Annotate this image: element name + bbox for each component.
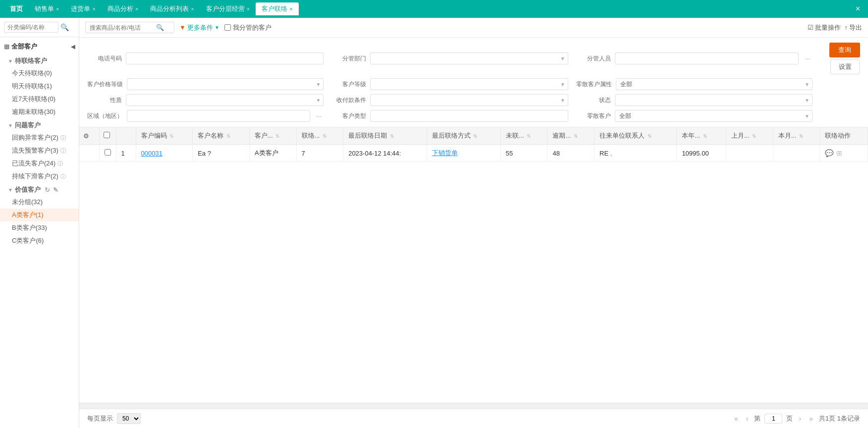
sidebar-all-customers[interactable]: ⊞ 全部客户 ◀ — [0, 39, 79, 54]
info-icon-3: ⓘ — [60, 173, 66, 180]
batch-op-btn[interactable]: ☑ 批量操作 — [808, 23, 841, 32]
sidebar-b-class[interactable]: B类客户(33) — [0, 221, 79, 234]
sidebar-ungroup[interactable]: 未分组(32) — [0, 196, 79, 209]
query-button[interactable]: 查询 — [829, 43, 860, 57]
sidebar-search-input[interactable] — [4, 22, 58, 33]
region-field: 区域（地区） ··· — [87, 110, 324, 122]
nav-tab-customer-contact[interactable]: 客户联络 × — [256, 2, 298, 15]
my-customers-checkbox[interactable] — [224, 24, 231, 31]
price-level-field: 客户价格等级 ▼ — [87, 78, 324, 90]
horizontal-scrollbar[interactable] — [79, 403, 868, 409]
qr-action-icon[interactable]: ⊞ — [836, 149, 842, 157]
batch-checkbox-icon: ☑ — [808, 24, 814, 31]
row-settings — [79, 145, 99, 162]
chat-action-icon[interactable]: 💬 — [825, 149, 833, 157]
dept-select[interactable] — [370, 53, 568, 64]
row-name: Ea ? — [193, 145, 250, 162]
staff-input[interactable] — [615, 53, 799, 64]
sidebar-abnormal-repurchase[interactable]: 回购异常客户(2) ⓘ — [0, 131, 79, 144]
page-size-label: 每页显示 — [87, 414, 113, 423]
overdue-sort-icon: ⇅ — [574, 133, 578, 139]
sidebar-today-contact[interactable]: 今天待联络(0) — [0, 67, 79, 80]
sidebar-overdue-contact[interactable]: 逾期未联络(30) — [0, 106, 79, 118]
level-select[interactable] — [370, 78, 568, 90]
code-col-header[interactable]: 客户编码 ⇅ — [136, 127, 193, 145]
contact-col-header[interactable]: 联络... ⇅ — [296, 127, 343, 145]
retail-cust-select-wrap: 全部 ▼ — [615, 110, 813, 122]
nature-select[interactable] — [126, 94, 324, 106]
no-contact-col-header[interactable]: 未联... ⇅ — [500, 127, 547, 145]
close-purchase-tab[interactable]: × — [92, 6, 95, 12]
status-label: 状态 — [576, 96, 611, 105]
dept-label: 分管部门 — [331, 54, 366, 63]
last-page-btn[interactable]: » — [807, 415, 815, 423]
sidebar-a-class[interactable]: A类客户(1) — [0, 209, 79, 221]
retail-cust-select[interactable]: 全部 — [615, 110, 813, 122]
sidebar-churned[interactable]: 已流失客户(24) ⓘ — [0, 157, 79, 170]
row-code[interactable]: 000031 — [136, 145, 193, 162]
select-all-checkbox[interactable] — [104, 132, 110, 138]
page-size-select[interactable]: 50 — [117, 413, 141, 424]
settings-col-header[interactable]: ⚙ — [79, 127, 99, 145]
nav-home[interactable]: 首页 — [4, 2, 29, 15]
edit-icon[interactable]: ✎ — [53, 186, 58, 194]
page-input[interactable] — [764, 414, 782, 424]
sidebar-week-contact[interactable]: 近7天待联络(0) — [0, 93, 79, 106]
filter-search-input[interactable] — [90, 24, 154, 31]
last-date-col-header[interactable]: 最后联络日期 ⇅ — [343, 127, 427, 145]
close-goods-tab[interactable]: × — [135, 6, 138, 12]
close-tier-tab[interactable]: × — [247, 6, 250, 12]
nav-tab-customer-tier[interactable]: 客户分层经营 × — [200, 2, 256, 15]
row-last-way[interactable]: 下销货单 — [427, 145, 500, 162]
customer-type-input[interactable] — [370, 110, 568, 122]
sidebar-search-icon[interactable]: 🔍 — [60, 23, 69, 31]
filter-search-box: 🔍 — [85, 22, 174, 33]
close-contact-tab[interactable]: × — [289, 6, 292, 12]
retail-attr-select[interactable]: 全部 — [616, 78, 813, 90]
prev-page-btn[interactable]: ‹ — [744, 415, 751, 423]
nav-tab-purchase[interactable]: 进货单 × — [65, 2, 101, 15]
unit-contact-col-header[interactable]: 往来单位联系人 ⇅ — [595, 127, 677, 145]
sidebar-tomorrow-contact[interactable]: 明天待联络(1) — [0, 80, 79, 93]
this-year-col-header[interactable]: 本年... ⇅ — [677, 127, 726, 145]
value-arrow-icon: ▼ — [8, 187, 13, 193]
sidebar-declining[interactable]: 持续下滑客户(2) ⓘ — [0, 170, 79, 183]
type-col-header[interactable]: 客户... ⇅ — [249, 127, 296, 145]
price-select[interactable] — [127, 78, 324, 90]
phone-input[interactable] — [126, 53, 324, 64]
close-goods-list-tab[interactable]: × — [191, 6, 194, 12]
row-select-checkbox[interactable] — [105, 149, 111, 156]
refresh-icon[interactable]: ↻ — [45, 186, 50, 194]
sidebar-c-class[interactable]: C类客户(6) — [0, 234, 79, 247]
filter-search-icon[interactable]: 🔍 — [156, 24, 164, 31]
export-btn[interactable]: ↑ 导出 — [845, 23, 863, 32]
setting-button[interactable]: 设置 — [830, 59, 860, 74]
payment-select[interactable] — [370, 94, 568, 106]
close-sales-tab[interactable]: × — [56, 6, 59, 12]
overdue-col-header[interactable]: 逾期... ⇅ — [547, 127, 595, 145]
nav-tab-sales[interactable]: 销售单 × — [29, 2, 65, 15]
sidebar-collapse-icon: ◀ — [71, 44, 75, 50]
nav-tab-goods-analysis[interactable]: 商品分析 × — [102, 2, 144, 15]
close-all-icon[interactable]: × — [852, 2, 864, 15]
last-way-col-header[interactable]: 最后联络方式 ⇅ — [427, 127, 500, 145]
problem-arrow-icon: ▼ — [8, 123, 13, 128]
contact-sort-icon: ⇅ — [323, 133, 326, 139]
this-month-col-header[interactable]: 本月... ⇅ — [773, 127, 820, 145]
price-level-label: 客户价格等级 — [87, 80, 123, 89]
last-month-col-header[interactable]: 上月... ⇅ — [726, 127, 773, 145]
staff-dots-btn[interactable]: ··· — [803, 54, 813, 62]
info-icon-2: ⓘ — [57, 160, 63, 167]
status-select[interactable] — [615, 94, 813, 106]
first-page-btn[interactable]: « — [732, 415, 740, 423]
next-page-btn[interactable]: › — [797, 415, 803, 423]
last-month-sort-icon: ⇅ — [752, 133, 756, 139]
phone-field: 电话号码 — [87, 53, 324, 64]
nav-tab-goods-analysis-list[interactable]: 商品分析列表 × — [144, 2, 200, 15]
region-input[interactable] — [127, 110, 310, 122]
region-dots-btn[interactable]: ··· — [314, 112, 324, 120]
sidebar-churn-warning[interactable]: 流失预警客户(3) ⓘ — [0, 144, 79, 157]
name-col-header[interactable]: 客户名称 ⇅ — [193, 127, 250, 145]
price-select-wrap: ▼ — [127, 78, 324, 90]
more-conditions-btn[interactable]: ▼ 更多条件 ▼ — [179, 23, 219, 32]
